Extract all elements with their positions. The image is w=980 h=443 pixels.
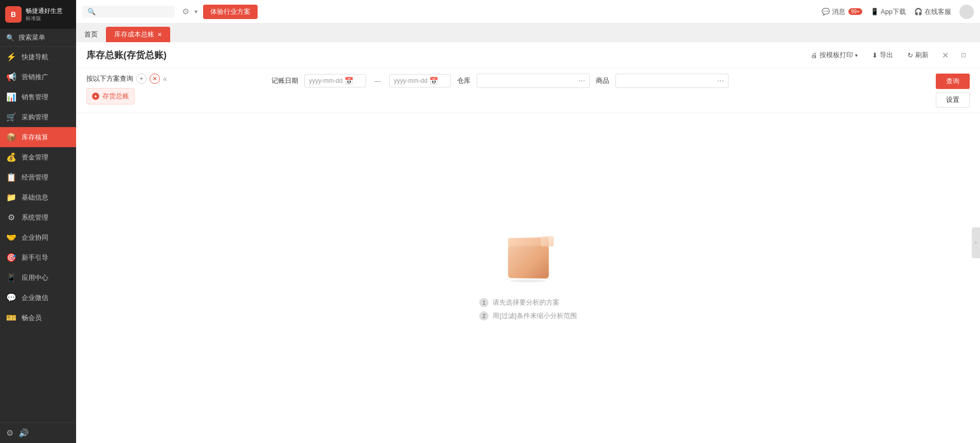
empty-illustration [497, 236, 559, 288]
sidebar-item-system[interactable]: ⚙ 系统管理 [0, 207, 76, 227]
empty-state: 1 请先选择要分析的方案 2 用[过滤]条件来缩小分析范围 [76, 113, 980, 443]
finance-icon: 💰 [6, 152, 16, 162]
app-center-icon: 📱 [6, 273, 16, 282]
app-download-btn[interactable]: 📱 App下载 [870, 7, 906, 16]
beginner-icon: 🎯 [6, 253, 16, 262]
industry-btn[interactable]: 体验行业方案 [203, 5, 258, 19]
topbar-right: 💬 消息 99+ 📱 App下载 🎧 在线客服 [822, 5, 974, 19]
sidebar-item-finance-label: 资金管理 [22, 153, 48, 162]
quick-nav-icon: ⚡ [6, 52, 16, 62]
message-label: 消息 [832, 7, 845, 16]
sidebar-item-enterprise[interactable]: 🤝 企业协同 [0, 227, 76, 247]
tabs-bar: 首页 库存成本总账 ✕ [76, 24, 980, 42]
chevron-right-icon: › [975, 240, 976, 245]
sidebar-item-operations-label: 经营管理 [22, 173, 48, 182]
sidebar-item-operations[interactable]: 📋 经营管理 [0, 167, 76, 187]
sidebar-item-wechat[interactable]: 💬 企业微信 [0, 288, 76, 308]
date-end-input[interactable]: yyyy-mm-dd 📅 [389, 74, 451, 87]
filter-left: 按以下方案查询 + ✕ « ● 存货总账 [86, 74, 261, 104]
basic-info-icon: 📁 [6, 192, 16, 202]
print-template-btn[interactable]: 🖨 按模板打印 ▾ [807, 48, 862, 62]
tip-2-number: 2 [479, 311, 488, 321]
sidebar-item-app-center[interactable]: 📱 应用中心 [0, 268, 76, 288]
filter-label: 按以下方案查询 + ✕ « [86, 74, 261, 84]
sidebar-item-member[interactable]: 🎫 畅会员 [0, 308, 76, 328]
tab-home[interactable]: 首页 [76, 27, 106, 42]
export-btn[interactable]: ⬇ 导出 [868, 48, 897, 62]
message-btn[interactable]: 💬 消息 99+ [822, 7, 862, 16]
setting-btn[interactable]: 设置 [936, 92, 970, 108]
sidebar-item-marketing[interactable]: 📢 营销推广 [0, 67, 76, 87]
scheme-item[interactable]: ● 存货总账 [86, 88, 135, 104]
sidebar-search[interactable]: 🔍 搜索菜单 [0, 29, 76, 47]
sidebar-sound-btn[interactable]: 🔊 [19, 428, 29, 438]
sidebar-item-marketing-label: 营销推广 [22, 73, 48, 82]
filter-label-text: 按以下方案查询 [86, 74, 133, 83]
wechat-icon: 💬 [6, 293, 16, 303]
box-decoration [541, 236, 554, 246]
search-icon: 🔍 [6, 34, 14, 42]
tip-2-text: 用[过滤]条件来缩小分析范围 [493, 311, 576, 321]
sidebar-settings-btn[interactable]: ⚙ [6, 428, 13, 438]
tab-close-icon[interactable]: ✕ [157, 31, 162, 38]
sidebar-item-quick-nav[interactable]: ⚡ 快捷导航 [0, 47, 76, 67]
sidebar-item-beginner-label: 新手引导 [22, 253, 48, 262]
sidebar-item-inventory-label: 库存核算 [22, 133, 48, 142]
date-start-placeholder: yyyy-mm-dd [309, 77, 342, 84]
calendar-end-icon[interactable]: 📅 [429, 77, 438, 85]
online-service-icon: 🎧 [914, 8, 922, 15]
topbar-search-icon: 🔍 [87, 8, 96, 15]
page-title: 库存总账(存货总账) [86, 49, 167, 61]
right-panel-toggle[interactable]: › [972, 227, 980, 258]
sales-icon: 📊 [6, 92, 16, 102]
topbar-chevron-down-icon[interactable]: ▾ [194, 8, 198, 15]
scheme-name: 存货总账 [102, 92, 129, 101]
tab-inventory-ledger[interactable]: 库存成本总账 ✕ [106, 27, 170, 42]
filter-add-btn[interactable]: + [136, 74, 147, 84]
sidebar-item-basic-info[interactable]: 📁 基础信息 [0, 187, 76, 207]
app-logo: B 畅捷通好生意 标准版 [0, 0, 76, 29]
box-shadow [510, 279, 546, 282]
purchase-icon: 🛒 [6, 112, 16, 122]
warehouse-more-icon[interactable]: ··· [578, 76, 585, 85]
message-badge: 99+ [848, 8, 862, 15]
sidebar-item-finance[interactable]: 💰 资金管理 [0, 147, 76, 167]
calendar-start-icon[interactable]: 📅 [344, 77, 353, 85]
user-avatar[interactable] [959, 5, 974, 19]
sidebar-item-quick-nav-label: 快捷导航 [22, 52, 48, 62]
sidebar-item-inventory[interactable]: 📦 库存核算 [0, 127, 76, 147]
product-more-icon[interactable]: ··· [717, 76, 724, 85]
refresh-btn[interactable]: ↻ 刷新 [903, 48, 933, 62]
app-download-icon: 📱 [870, 8, 879, 15]
export-label: 导出 [880, 50, 893, 60]
sidebar-item-beginner[interactable]: 🎯 新手引导 [0, 247, 76, 268]
product-select[interactable]: ··· [615, 74, 729, 88]
warehouse-select[interactable]: ··· [477, 74, 590, 88]
date-start-input[interactable]: yyyy-mm-dd 📅 [304, 74, 366, 87]
topbar-search-area[interactable]: 🔍 [82, 6, 175, 17]
sidebar-item-sales[interactable]: 📊 销售管理 [0, 87, 76, 107]
filter-actions: 查询 设置 [936, 74, 970, 108]
expand-panel-btn[interactable]: ⊡ [957, 49, 970, 61]
tab-home-label: 首页 [84, 30, 98, 39]
query-btn[interactable]: 查询 [936, 74, 970, 89]
app-edition: 标准版 [26, 15, 63, 22]
marketing-icon: 📢 [6, 72, 16, 82]
content-wrapper: 库存总账(存货总账) 🖨 按模板打印 ▾ ⬇ 导出 ↻ 刷新 [76, 42, 980, 443]
online-service-label: 在线客服 [924, 7, 951, 16]
logo-icon: B [5, 6, 22, 23]
operations-icon: 📋 [6, 172, 16, 182]
enterprise-icon: 🤝 [6, 233, 16, 242]
empty-tip-1: 1 请先选择要分析的方案 [479, 298, 576, 307]
filter-area: 按以下方案查询 + ✕ « ● 存货总账 记账日期 [76, 68, 980, 113]
topbar-gear-icon[interactable]: ⚙ [182, 7, 189, 16]
sidebar-item-purchase[interactable]: 🛒 采购管理 [0, 107, 76, 127]
filter-collapse-btn[interactable]: « [163, 75, 167, 83]
online-service-btn[interactable]: 🎧 在线客服 [914, 7, 951, 16]
close-panel-btn[interactable]: ✕ [939, 49, 951, 61]
sidebar-item-purchase-label: 采购管理 [22, 113, 48, 122]
filter-delete-btn[interactable]: ✕ [150, 74, 160, 84]
date-end-placeholder: yyyy-mm-dd [394, 77, 427, 84]
topbar: 🔍 ⚙ ▾ 体验行业方案 💬 消息 99+ 📱 App下载 🎧 在线客服 [76, 0, 980, 24]
filter-fields: 记账日期 yyyy-mm-dd 📅 — yyyy-mm-dd 📅 仓库 [271, 74, 928, 88]
